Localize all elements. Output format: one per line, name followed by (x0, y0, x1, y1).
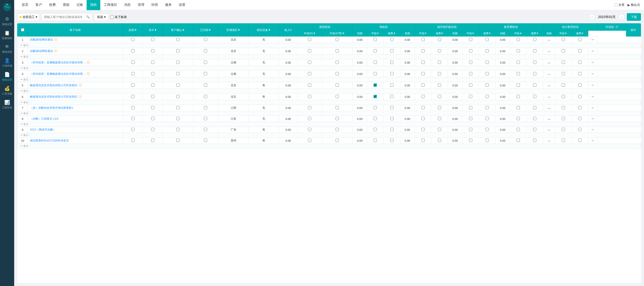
client-confirm-cb[interactable] (163, 82, 193, 89)
annual-report-cb[interactable] (298, 82, 322, 89)
named-list-checkbox[interactable] (110, 15, 114, 19)
monthly-report-cb[interactable] (322, 116, 353, 122)
monthly-report-cb-input[interactable] (336, 72, 339, 75)
copy-tax-cb[interactable] (123, 138, 143, 144)
city-declare-cb[interactable] (415, 82, 431, 89)
annual-report-cb[interactable] (298, 138, 322, 144)
paid-tax-cb-input[interactable] (204, 72, 207, 75)
copy-tax-cb-input[interactable] (131, 72, 134, 75)
remark-cell[interactable]: ✏ 备注： (17, 111, 641, 116)
edu-declare-cb[interactable] (462, 105, 479, 111)
client-confirm-cb[interactable] (163, 48, 193, 55)
annual-report-cb-input[interactable] (308, 139, 311, 142)
client-confirm-cb-input[interactable] (176, 61, 180, 64)
edit-icon[interactable]: ✏ (592, 83, 594, 87)
paid-tax-cb[interactable] (193, 94, 218, 100)
operation-cell[interactable]: ✏ (588, 48, 598, 55)
edit-icon[interactable]: ✏ (592, 49, 594, 53)
nav-management[interactable]: 管理 (134, 0, 148, 10)
th-revenue[interactable]: 收入C (279, 24, 297, 37)
clear-card-cb[interactable] (143, 94, 163, 100)
client-confirm-cb-input[interactable] (176, 72, 180, 75)
vat-declare-cb[interactable] (367, 71, 384, 77)
edu-pay-cb[interactable] (479, 94, 496, 100)
th-city-declare[interactable]: 申报▼ (415, 31, 431, 37)
nav-home[interactable]: 首页 (18, 0, 32, 10)
annual-report-cb-input[interactable] (308, 49, 311, 52)
annual-report-cb[interactable] (298, 127, 322, 133)
operation-cell[interactable]: ✏ (588, 127, 598, 133)
paid-tax-cb[interactable] (193, 48, 218, 55)
vat-pay-cb[interactable] (384, 48, 400, 55)
annual-report-cb[interactable] (298, 105, 322, 111)
paid-tax-cb-input[interactable] (204, 49, 207, 52)
annual-report-cb[interactable] (298, 116, 322, 122)
local-edu-pay-cb[interactable] (526, 71, 543, 77)
city-pay-cb[interactable] (431, 48, 448, 55)
local-edu-declare-cb[interactable] (510, 48, 527, 55)
vat-pay-cb[interactable] (384, 138, 400, 144)
operation-cell[interactable]: ✏ (588, 82, 598, 89)
city-declare-cb[interactable] (415, 105, 431, 111)
city-declare-cb[interactable] (415, 48, 431, 55)
client-confirm-cb[interactable] (163, 59, 193, 66)
clear-card-cb-input[interactable] (151, 72, 154, 75)
edu-pay-cb[interactable] (479, 48, 496, 55)
stamp-declare-cb[interactable] (555, 71, 572, 77)
operation-cell[interactable]: ✏ (588, 37, 598, 43)
paid-tax-cb[interactable] (193, 127, 218, 133)
copy-tax-cb-input[interactable] (131, 106, 134, 109)
operation-cell[interactable]: ✏ (588, 138, 598, 144)
paid-tax-cb[interactable] (193, 71, 218, 77)
th-client-confirm[interactable]: 客户确认▼ (163, 24, 193, 37)
annual-report-cb-input[interactable] (308, 61, 311, 64)
stamp-declare-cb[interactable] (555, 116, 572, 122)
client-name[interactable]: 畅捷通信息技术股份有限公司民珠测试 ⓘ (28, 94, 123, 100)
local-edu-pay-cb[interactable] (526, 37, 543, 43)
edu-declare-cb[interactable] (462, 37, 479, 43)
local-edu-declare-cb[interactable] (510, 94, 527, 100)
stamp-pay-cb[interactable] (572, 48, 588, 55)
paid-tax-cb[interactable] (193, 82, 218, 89)
monthly-report-cb[interactable] (322, 59, 353, 66)
edu-declare-cb[interactable] (462, 127, 479, 133)
copy-tax-cb-input[interactable] (131, 49, 134, 52)
th-tax-device[interactable]: 税控设备▼ (249, 24, 279, 37)
edu-declare-cb[interactable] (462, 71, 479, 77)
edu-declare-cb[interactable] (462, 94, 479, 100)
local-edu-pay-cb[interactable] (526, 48, 543, 55)
paid-tax-cb[interactable] (193, 138, 218, 144)
client-confirm-cb-input[interactable] (176, 139, 180, 142)
paid-tax-cb-input[interactable] (204, 83, 207, 87)
client-confirm-cb-input[interactable] (176, 38, 180, 41)
vat-declare-cb[interactable] (367, 105, 384, 111)
client-confirm-cb-input[interactable] (176, 117, 180, 120)
remark-cell[interactable]: ✏ 备注： (17, 43, 641, 48)
th-city-pay[interactable]: 缴费▼ (431, 31, 448, 37)
edu-declare-cb[interactable] (462, 48, 479, 55)
monthly-report-cb-input[interactable] (336, 117, 339, 120)
remark-cell[interactable]: ✏ 备注： (17, 133, 641, 138)
nav-business[interactable]: 工商项目 (100, 0, 121, 10)
local-edu-declare-cb[interactable] (510, 127, 527, 133)
copy-tax-cb[interactable] (123, 71, 143, 77)
next-date-button[interactable]: › (619, 14, 625, 20)
copy-tax-cb[interactable] (123, 82, 143, 89)
clear-card-cb-input[interactable] (151, 38, 154, 41)
local-edu-pay-cb[interactable] (526, 94, 543, 100)
edit-icon[interactable]: ✏ (592, 38, 594, 42)
edu-declare-cb[interactable] (462, 138, 479, 144)
copy-tax-cb-input[interactable] (131, 61, 134, 64)
nav-invoice[interactable]: 票据 (59, 0, 73, 10)
stamp-pay-cb[interactable] (572, 82, 588, 89)
monthly-report-cb-input[interactable] (336, 61, 339, 64)
stamp-pay-cb[interactable] (572, 127, 588, 133)
edu-pay-cb[interactable] (479, 138, 496, 144)
operation-cell[interactable]: ✏ (588, 116, 598, 122)
edit-icon[interactable]: ✏ (592, 72, 594, 76)
stamp-declare-cb[interactable] (555, 94, 572, 100)
city-declare-cb[interactable] (415, 127, 431, 133)
edu-declare-cb[interactable] (462, 59, 479, 66)
operation-cell[interactable]: ✏ (588, 105, 598, 111)
local-edu-pay-cb[interactable] (526, 59, 543, 66)
